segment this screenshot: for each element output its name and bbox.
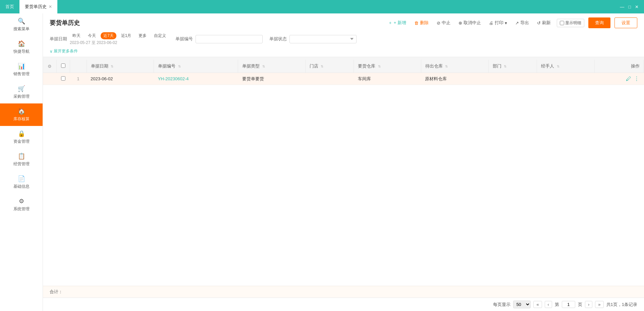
close-icon[interactable]: ✕ (49, 4, 52, 9)
print-dropdown-icon: ▾ (505, 20, 507, 26)
th-operation-label: 操作 (631, 63, 640, 69)
sidebar-item-system-mgmt[interactable]: ⚙ 系统管理 (0, 193, 43, 216)
status-select[interactable] (289, 35, 357, 43)
display-detail-button[interactable]: 显示明细 (557, 19, 584, 27)
sidebar-item-basic-info[interactable]: 📄 基础信息 (0, 171, 43, 193)
expand-more-label: 展开更多条件 (54, 48, 78, 54)
sidebar-item-sales-mgmt[interactable]: 📊 销售管理 (0, 58, 43, 81)
page-number-input[interactable] (562, 301, 575, 308)
tab-requisition-history[interactable]: 要货单历史 ✕ (19, 0, 57, 13)
date-chip-custom[interactable]: 自定义 (151, 32, 169, 39)
row-doc-type: 要货单要货 (242, 76, 264, 81)
add-icon: ＋ (388, 20, 392, 26)
setting-button[interactable]: 设置 (614, 17, 637, 28)
th-pending-warehouse: 待出仓库 ⇅ (421, 60, 488, 73)
per-page-select[interactable]: 20 50 100 (513, 301, 531, 308)
date-chip-more[interactable]: 更多 (136, 32, 149, 39)
date-chip-7days[interactable]: 近7天 (101, 32, 116, 39)
tab-requisition-history-label: 要货单历史 (25, 4, 47, 10)
close-window-icon[interactable]: ✕ (635, 4, 639, 9)
settings-icon[interactable]: ⚙ (47, 64, 52, 69)
sort-doc-type-icon[interactable]: ⇅ (262, 64, 265, 68)
select-all-checkbox[interactable] (61, 63, 65, 68)
prev-page-button[interactable]: ‹ (545, 301, 552, 308)
row-operation-cell: 🖊 ⋮ (595, 73, 644, 85)
sidebar-item-quick-nav[interactable]: 🏠 快捷导航 (0, 36, 43, 58)
row-more-icon[interactable]: ⋮ (634, 76, 639, 82)
th-doc-no-label: 单据编号 (158, 63, 175, 69)
expand-more-button[interactable]: ∨ 展开更多条件 (50, 48, 637, 57)
home-icon: 🏠 (18, 40, 25, 47)
row-edit-icon[interactable]: 🖊 (626, 76, 631, 82)
main-layout: 🔍 搜索菜单 🏠 快捷导航 📊 销售管理 🛒 采购管理 🏠 库存核算 🔒 资金管… (0, 13, 644, 311)
row-date: 2023-06-02 (91, 76, 113, 81)
filter-area: 单据日期 昨天 今天 近7天 近1月 更多 自定义 2023-05-27 至 2… (50, 32, 637, 57)
window-controls: — □ ✕ (620, 4, 644, 9)
sort-doc-no-icon[interactable]: ⇅ (178, 64, 181, 68)
cancel-button[interactable]: ⊗ 取消中止 (457, 18, 483, 27)
sidebar-item-inventory-calc[interactable]: 🏠 库存核算 (0, 103, 43, 126)
sidebar-item-purchase-mgmt[interactable]: 🛒 采购管理 (0, 81, 43, 103)
export-button[interactable]: ↗ 导出 (513, 18, 531, 27)
suspend-button-label: 中止 (442, 20, 450, 26)
sidebar-item-search-menu[interactable]: 🔍 搜索菜单 (0, 13, 43, 36)
suspend-button[interactable]: ⊘ 中止 (435, 18, 452, 27)
sidebar-item-basic-info-label: 基础信息 (13, 184, 30, 189)
date-chip-1month[interactable]: 近1月 (118, 32, 134, 39)
date-chips: 昨天 今天 近7天 近1月 更多 自定义 2023-05-27 至 2023-0… (70, 32, 169, 46)
sort-handler-icon[interactable]: ⇅ (557, 64, 559, 68)
row-pending-warehouse: 原材料仓库 (425, 76, 447, 81)
tab-home[interactable]: 首页 (0, 0, 19, 13)
filter-row: 单据日期 昨天 今天 近7天 近1月 更多 自定义 2023-05-27 至 2… (50, 32, 637, 46)
export-icon: ↗ (515, 20, 519, 26)
inventory-icon: 🏠 (18, 107, 25, 115)
doc-no-input[interactable] (196, 35, 263, 43)
row-doc-no-cell: YH-20230602-4 (154, 73, 238, 85)
sort-date-icon[interactable]: ⇅ (111, 64, 113, 68)
delete-button[interactable]: 🗑 删除 (412, 18, 431, 27)
refresh-button[interactable]: ↺ 刷新 (535, 18, 553, 27)
export-button-label: 导出 (520, 20, 529, 26)
next-page-button[interactable]: › (585, 301, 592, 308)
date-filter-group: 单据日期 昨天 今天 近7天 近1月 更多 自定义 2023-05-27 至 2… (50, 32, 169, 46)
purchase-icon: 🛒 (18, 85, 25, 92)
last-page-button[interactable]: » (595, 301, 603, 308)
row-doc-type-cell: 要货单要货 (238, 73, 306, 85)
th-num (70, 60, 87, 73)
sidebar-item-ops-mgmt[interactable]: 📋 经营管理 (0, 148, 43, 171)
print-button[interactable]: 🖨 打印 ▾ (487, 18, 509, 27)
summary-label: 合计： (50, 289, 63, 294)
th-handler: 经手人 ⇅ (537, 60, 595, 73)
sort-pending-warehouse-icon[interactable]: ⇅ (445, 64, 448, 68)
th-date-label: 单据日期 (91, 63, 108, 69)
page-title: 要货单历史 (50, 19, 80, 27)
date-chip-yesterday[interactable]: 昨天 (70, 32, 83, 39)
maximize-icon[interactable]: □ (628, 4, 631, 9)
row-doc-no-link[interactable]: YH-20230602-4 (158, 76, 189, 81)
row-date-cell: 2023-06-02 (87, 73, 154, 85)
ops-icon: 📋 (18, 152, 25, 160)
print-icon: 🖨 (489, 20, 493, 26)
th-department-label: 部门 (493, 63, 501, 69)
first-page-button[interactable]: « (533, 301, 542, 308)
new-button[interactable]: ＋ + 新增 (386, 18, 408, 27)
th-store: 门店 ⇅ (305, 60, 354, 73)
page-title-row: 要货单历史 ＋ + 新增 🗑 删除 ⊘ 中止 ⊗ (50, 17, 637, 28)
row-checkbox[interactable] (61, 76, 65, 81)
sort-department-icon[interactable]: ⇅ (504, 64, 506, 68)
sidebar-item-inventory-calc-label: 库存核算 (13, 116, 30, 122)
date-chip-today[interactable]: 今天 (85, 32, 99, 39)
finance-icon: 🔒 (18, 130, 25, 137)
top-bar: 首页 要货单历史 ✕ — □ ✕ (0, 0, 644, 13)
content-area: 要货单历史 ＋ + 新增 🗑 删除 ⊘ 中止 ⊗ (43, 13, 644, 311)
sort-req-warehouse-icon[interactable]: ⇅ (378, 64, 381, 68)
doc-no-filter-label: 单据编号 (175, 36, 193, 42)
sidebar-item-sales-mgmt-label: 销售管理 (13, 71, 30, 77)
table-body: 1 2023-06-02 YH-20230602-4 要货单要货 (43, 73, 644, 85)
sort-store-icon[interactable]: ⇅ (321, 64, 323, 68)
query-button[interactable]: 查询 (588, 17, 610, 28)
sidebar-item-finance-mgmt[interactable]: 🔒 资金管理 (0, 126, 43, 148)
page-suffix-label: 页 (578, 302, 582, 308)
minimize-icon[interactable]: — (620, 4, 624, 9)
display-detail-checkbox[interactable] (560, 21, 564, 25)
